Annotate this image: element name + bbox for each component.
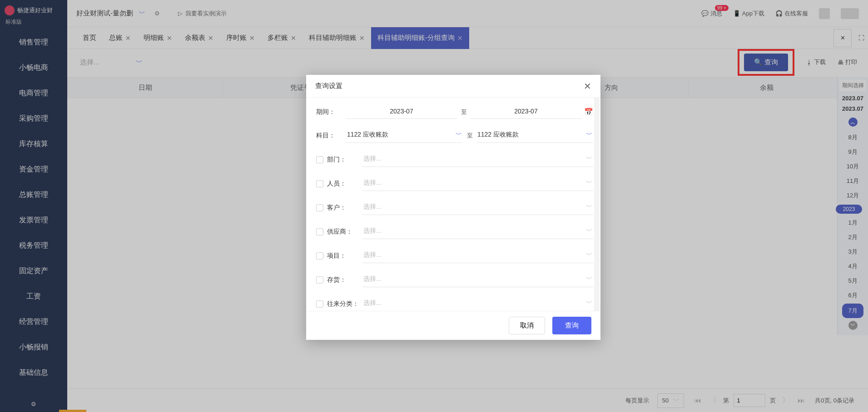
subject-to-select[interactable]: 1122 应收账款﹀ bbox=[476, 128, 593, 143]
chevron-down-icon: ﹀ bbox=[586, 227, 592, 235]
filter-select[interactable]: 选择...﹀ bbox=[362, 224, 593, 239]
query-settings-modal: 查询设置 ✕ 期间： 2023-07 至 2023-07 📅 科目： 1122 … bbox=[306, 75, 600, 340]
chevron-down-icon: ﹀ bbox=[586, 155, 592, 163]
filter-select[interactable]: 选择...﹀ bbox=[362, 176, 593, 191]
cancel-button[interactable]: 取消 bbox=[509, 317, 545, 334]
filter-select[interactable]: 选择...﹀ bbox=[362, 152, 593, 167]
period-to-input[interactable]: 2023-07 bbox=[471, 105, 581, 119]
filter-label: 部门： bbox=[327, 156, 362, 164]
subject-label: 科目： bbox=[316, 132, 346, 140]
filter-checkbox[interactable] bbox=[316, 228, 323, 235]
subject-from-select[interactable]: 1122 应收账款﹀ bbox=[346, 128, 463, 143]
calendar-icon[interactable]: 📅 bbox=[584, 108, 593, 116]
chevron-down-icon: ﹀ bbox=[456, 131, 462, 139]
filter-select[interactable]: 选择...﹀ bbox=[362, 296, 593, 311]
filter-checkbox[interactable] bbox=[316, 156, 323, 163]
filter-label: 往来分类： bbox=[327, 300, 362, 308]
filter-select[interactable]: 选择...﹀ bbox=[362, 200, 593, 215]
chevron-down-icon: ﹀ bbox=[586, 299, 592, 307]
filter-select[interactable]: 选择...﹀ bbox=[362, 272, 593, 287]
chevron-down-icon: ﹀ bbox=[586, 131, 592, 139]
period-from-input[interactable]: 2023-07 bbox=[346, 105, 457, 119]
filter-checkbox[interactable] bbox=[316, 300, 323, 308]
close-icon[interactable]: ✕ bbox=[584, 81, 591, 92]
modal-scrollbar[interactable] bbox=[594, 98, 600, 311]
filter-checkbox[interactable] bbox=[316, 276, 323, 284]
chevron-down-icon: ﹀ bbox=[586, 203, 592, 211]
filter-label: 存货： bbox=[327, 276, 362, 284]
filter-label: 供应商： bbox=[327, 228, 362, 236]
filter-checkbox[interactable] bbox=[316, 180, 323, 187]
filter-label: 客户： bbox=[327, 204, 362, 212]
chevron-down-icon: ﹀ bbox=[586, 251, 592, 259]
period-label: 期间： bbox=[316, 108, 346, 116]
chevron-down-icon: ﹀ bbox=[586, 275, 592, 283]
to-label: 至 bbox=[463, 132, 476, 140]
filter-checkbox[interactable] bbox=[316, 204, 323, 211]
modal-title: 查询设置 bbox=[315, 82, 342, 90]
filter-label: 人员： bbox=[327, 180, 362, 188]
confirm-query-button[interactable]: 查询 bbox=[552, 317, 591, 334]
filter-checkbox[interactable] bbox=[316, 252, 323, 260]
filter-label: 项目： bbox=[327, 252, 362, 260]
filter-select[interactable]: 选择...﹀ bbox=[362, 248, 593, 263]
to-label: 至 bbox=[457, 108, 471, 116]
chevron-down-icon: ﹀ bbox=[586, 179, 592, 187]
